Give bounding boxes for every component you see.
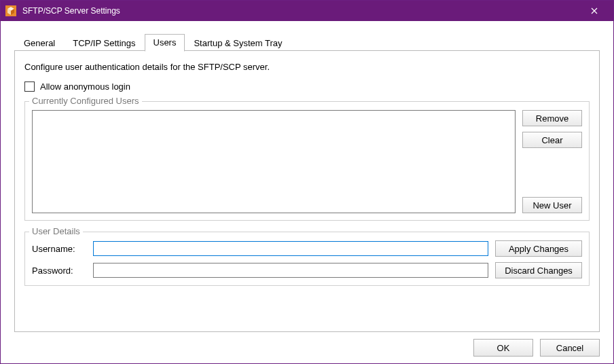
allow-anonymous-row: Allow anonymous login — [24, 81, 590, 92]
allow-anonymous-checkbox[interactable] — [24, 81, 35, 92]
settings-window: SFTP/SCP Server Settings General TCP/IP … — [0, 0, 614, 364]
tab-startup[interactable]: Startup & System Tray — [185, 35, 291, 52]
allow-anonymous-label: Allow anonymous login — [40, 81, 130, 92]
clear-button[interactable]: Clear — [522, 132, 582, 148]
discard-changes-button[interactable]: Discard Changes — [495, 262, 582, 278]
password-label: Password: — [32, 266, 86, 276]
configured-users-legend: Currently Configured Users — [29, 96, 142, 106]
tab-general[interactable]: General — [15, 35, 64, 52]
close-icon — [591, 7, 598, 14]
new-user-button[interactable]: New User — [522, 197, 582, 213]
apply-changes-button[interactable]: Apply Changes — [495, 240, 582, 257]
client-area: General TCP/IP Settings Users Startup & … — [1, 21, 613, 363]
close-button[interactable] — [581, 1, 608, 21]
dialog-footer: OK Cancel — [473, 339, 600, 357]
cancel-button[interactable]: Cancel — [540, 339, 600, 357]
ok-button[interactable]: OK — [473, 339, 533, 357]
configured-users-fieldset: Currently Configured Users Remove Clear … — [24, 101, 590, 221]
user-details-fieldset: User Details Username: Apply Changes Pas… — [24, 232, 590, 286]
users-description: Configure user authentication details fo… — [24, 62, 590, 72]
remove-button[interactable]: Remove — [522, 110, 582, 126]
app-icon — [5, 5, 17, 17]
password-input[interactable] — [93, 263, 488, 278]
titlebar: SFTP/SCP Server Settings — [1, 1, 613, 21]
tab-users[interactable]: Users — [145, 34, 185, 52]
tab-strip: General TCP/IP Settings Users Startup & … — [15, 33, 613, 51]
username-label: Username: — [32, 244, 86, 254]
tab-tcpip[interactable]: TCP/IP Settings — [64, 35, 144, 52]
user-details-legend: User Details — [29, 226, 83, 236]
username-input[interactable] — [93, 241, 488, 256]
users-tab-panel: Configure user authentication details fo… — [14, 50, 600, 332]
configured-users-list[interactable] — [32, 110, 516, 213]
window-title: SFTP/SCP Server Settings — [22, 6, 581, 16]
